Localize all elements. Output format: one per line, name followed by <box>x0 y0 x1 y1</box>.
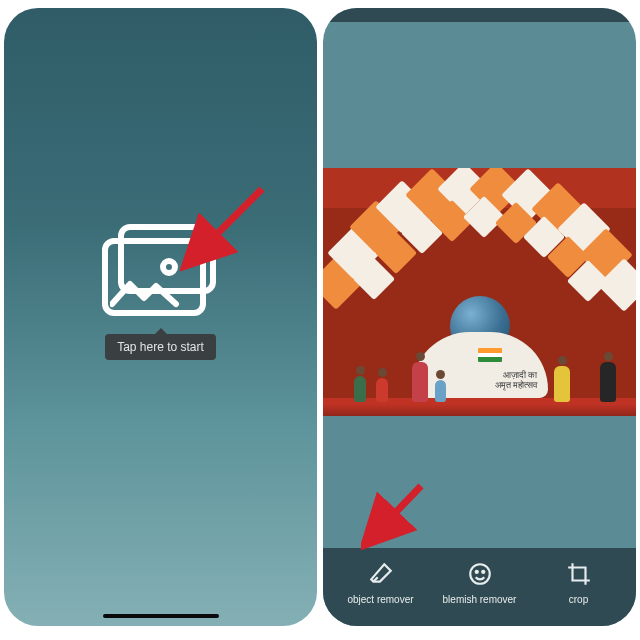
annotation-arrow-left <box>180 183 270 273</box>
editor-screen: आज़ादी का अमृत महोत्सव ob <box>323 8 636 626</box>
tool-object-remover[interactable]: object remover <box>331 561 430 605</box>
tool-blemish-remover[interactable]: blemish remover <box>430 561 529 605</box>
start-tooltip: Tap here to start <box>105 334 216 360</box>
svg-point-2 <box>470 564 490 584</box>
svg-point-3 <box>475 571 477 573</box>
svg-point-4 <box>482 571 484 573</box>
editor-toolbar: object remover blemish remover crop <box>323 548 636 626</box>
tool-label: blemish remover <box>443 594 517 605</box>
plinth-text-2: अमृत महोत्सव <box>495 380 538 390</box>
editor-canvas[interactable]: आज़ादी का अमृत महोत्सव <box>323 22 636 548</box>
editor-top-bar <box>323 8 636 22</box>
eraser-icon <box>368 561 394 589</box>
home-indicator <box>103 614 219 618</box>
annotation-arrow-right <box>361 480 431 550</box>
svg-line-0 <box>194 189 262 257</box>
svg-line-1 <box>373 486 421 536</box>
tool-label: crop <box>569 594 588 605</box>
loaded-photo: आज़ादी का अमृत महोत्सव <box>323 168 636 416</box>
plinth-text-1: आज़ादी का <box>495 370 538 380</box>
start-screen: Tap here to start <box>4 8 317 626</box>
crop-icon <box>566 561 592 589</box>
face-icon <box>467 561 493 589</box>
tool-crop[interactable]: crop <box>529 561 628 605</box>
tool-label: object remover <box>347 594 413 605</box>
